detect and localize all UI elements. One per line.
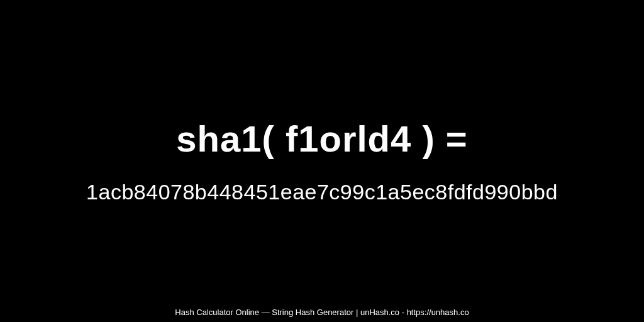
hash-display: sha1( f1orld4 ) = 1acb84078b448451eae7c9…: [0, 0, 644, 322]
hash-result: 1acb84078b448451eae7c99c1a5ec8fdfd990bbd: [86, 180, 558, 204]
hash-expression: sha1( f1orld4 ) =: [176, 118, 467, 160]
footer-text: Hash Calculator Online — String Hash Gen…: [0, 308, 644, 317]
